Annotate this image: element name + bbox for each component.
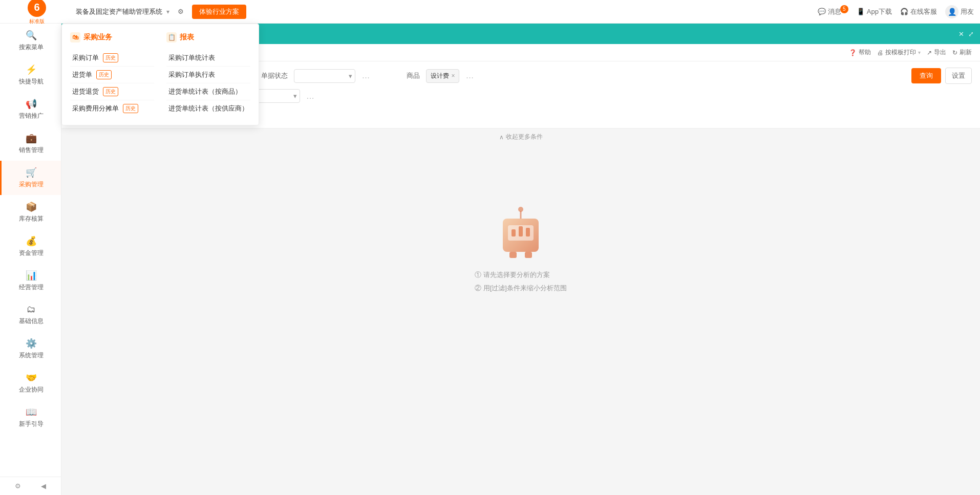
message-icon: 💬 bbox=[818, 8, 826, 15]
menu-item-purchase-expense[interactable]: 采购费用分摊单 历史 bbox=[70, 100, 154, 117]
message-badge: 5 bbox=[840, 5, 848, 13]
tab-maximize-icon[interactable]: ⤢ bbox=[968, 30, 974, 38]
purchase-order-label: 采购订单 bbox=[72, 53, 99, 62]
sidebar-item-enterprise[interactable]: 🤝 企业协同 bbox=[0, 366, 61, 400]
user-menu[interactable]: 👤 用友 bbox=[945, 5, 974, 18]
product-label: 商品 bbox=[389, 71, 420, 80]
sales-icon: 💼 bbox=[26, 133, 37, 144]
stock-return-label: 进货退货 bbox=[72, 87, 99, 96]
menu-item-po-exec[interactable]: 采购订单执行表 bbox=[166, 67, 250, 83]
sidebar-item-quicknav[interactable]: ⚡ 快捷导航 bbox=[0, 58, 61, 92]
stock-stat-supplier-label: 进货单统计表（按供应商） bbox=[168, 104, 248, 113]
collapse-button[interactable]: ∧ 收起更多条件 bbox=[499, 133, 543, 141]
sidebar-item-label: 快捷导航 bbox=[19, 77, 44, 86]
stock-stat-product-label: 进货单统计表（按商品） bbox=[168, 87, 242, 96]
print-button[interactable]: 🖨 按模板打印 ▾ bbox=[877, 48, 921, 57]
export-button[interactable]: ↗ 导出 bbox=[927, 48, 946, 57]
po-exec-label: 采购订单执行表 bbox=[168, 70, 215, 79]
sidebar-item-sales[interactable]: 💼 销售管理 bbox=[0, 126, 61, 161]
finance-icon: 💰 bbox=[26, 235, 37, 247]
query-actions: 查询 设置 bbox=[911, 68, 972, 84]
sidebar-item-label: 经营管理 bbox=[19, 283, 44, 292]
online-service-button[interactable]: 🎧 在线客服 bbox=[900, 7, 937, 16]
sidebar-item-search[interactable]: 🔍 搜索菜单 bbox=[0, 24, 61, 58]
phone-icon: 📱 bbox=[857, 8, 865, 15]
refresh-icon: ↻ bbox=[952, 49, 957, 56]
sidebar-item-label: 采购管理 bbox=[19, 180, 44, 189]
empty-illustration bbox=[490, 201, 551, 262]
top-bar: 6 标准版 装备及固定资产辅助管理系统 ▾ ⚙ 体验行业方案 💬 消息 5 📱 … bbox=[0, 0, 980, 24]
sidebar-item-base-info[interactable]: 🗂 基础信息 bbox=[0, 298, 61, 332]
operations-icon: 📊 bbox=[26, 270, 37, 281]
export-icon: ↗ bbox=[927, 49, 932, 56]
help-button[interactable]: ❓ 帮助 bbox=[849, 48, 871, 57]
enterprise-icon: 🤝 bbox=[26, 372, 37, 383]
sidebar-item-label: 库存核算 bbox=[19, 214, 44, 223]
purchase-expense-label: 采购费用分摊单 bbox=[72, 104, 119, 113]
base-info-icon: 🗂 bbox=[27, 304, 36, 315]
collapse-up-icon: ∧ bbox=[499, 134, 504, 141]
salesperson-dots[interactable]: … bbox=[306, 92, 315, 101]
help-icon: ❓ bbox=[849, 49, 857, 56]
refresh-button[interactable]: ↻ 刷新 bbox=[952, 48, 972, 57]
product-dots[interactable]: … bbox=[465, 71, 475, 80]
print-icon: 🖨 bbox=[877, 49, 883, 56]
query-button[interactable]: 查询 bbox=[911, 68, 941, 83]
guide-icon: 📖 bbox=[26, 406, 37, 418]
sidebar-item-purchase[interactable]: 🛒 采购管理 bbox=[0, 161, 61, 195]
empty-hints: 请先选择要分析的方案 用[过滤]条件来缩小分析范围 bbox=[475, 268, 567, 295]
product-remove-btn[interactable]: × bbox=[451, 72, 455, 79]
logo-subtitle: 标准版 bbox=[29, 18, 45, 25]
tab-close-window-icon[interactable]: ✕ bbox=[958, 30, 964, 38]
purchase-business-col: 🛍 采购业务 采购订单 历史 进货单 历史 进货退货 历史 采购费用分摊单 历史 bbox=[70, 32, 154, 117]
report-section-icon: 📋 bbox=[166, 32, 177, 42]
marketing-icon: 📢 bbox=[26, 98, 37, 110]
chevron-down-icon[interactable]: ▾ bbox=[166, 8, 169, 15]
empty-hint-1: 请先选择要分析的方案 bbox=[475, 268, 567, 282]
doc-status-select[interactable] bbox=[294, 69, 355, 83]
headset-icon: 🎧 bbox=[900, 8, 908, 15]
print-dropdown-icon[interactable]: ▾ bbox=[918, 50, 921, 55]
sidebar-nav: 🔍 搜索菜单 ⚡ 快捷导航 📢 营销推广 💼 销售管理 🛒 采购管理 📦 bbox=[0, 24, 61, 477]
sidebar-item-label: 系统管理 bbox=[19, 351, 44, 360]
search-menu-icon: 🔍 bbox=[26, 30, 37, 41]
system-title: 装备及固定资产辅助管理系统 bbox=[76, 7, 162, 16]
sidebar-item-label: 营销推广 bbox=[19, 112, 44, 120]
app-download-button[interactable]: 📱 App下载 bbox=[857, 7, 892, 16]
sidebar-item-guide[interactable]: 📖 新手引导 bbox=[0, 400, 61, 435]
purchase-dropdown-menu: 🛍 采购业务 采购订单 历史 进货单 历史 进货退货 历史 采购费用分摊单 历史 bbox=[61, 24, 259, 125]
sidebar-item-finance[interactable]: 💰 资金管理 bbox=[0, 229, 61, 264]
menu-item-stock-return[interactable]: 进货退货 历史 bbox=[70, 83, 154, 100]
menu-item-purchase-order[interactable]: 采购订单 历史 bbox=[70, 50, 154, 67]
sidebar-item-label: 新手引导 bbox=[19, 420, 44, 428]
purchase-business-title: 🛍 采购业务 bbox=[70, 32, 154, 45]
settings-button[interactable]: 设置 bbox=[945, 68, 972, 84]
message-button[interactable]: 💬 消息 5 bbox=[818, 7, 848, 16]
industry-button[interactable]: 体验行业方案 bbox=[192, 5, 246, 19]
purchase-order-badge: 历史 bbox=[103, 53, 118, 62]
sidebar-collapse-icon[interactable]: ◀ bbox=[41, 482, 46, 490]
menu-item-po-stat[interactable]: 采购订单统计表 bbox=[166, 50, 250, 67]
svg-rect-7 bbox=[509, 252, 517, 258]
doc-status-select-wrap bbox=[294, 69, 355, 83]
top-right: 💬 消息 5 📱 App下载 🎧 在线客服 👤 用友 bbox=[818, 5, 974, 18]
report-col: 📋 报表 采购订单统计表 采购订单执行表 进货单统计表（按商品） 进货单统计表（… bbox=[166, 32, 250, 117]
sidebar-item-operations[interactable]: 📊 经营管理 bbox=[0, 264, 61, 298]
svg-rect-4 bbox=[526, 228, 530, 236]
sidebar: 🔍 搜索菜单 ⚡ 快捷导航 📢 营销推广 💼 销售管理 🛒 采购管理 📦 bbox=[0, 24, 61, 495]
sidebar-item-marketing[interactable]: 📢 营销推广 bbox=[0, 92, 61, 126]
sidebar-settings-icon[interactable]: ⚙ bbox=[15, 482, 21, 490]
system-icon: ⚙️ bbox=[26, 338, 37, 349]
doc-status-dots[interactable]: … bbox=[361, 71, 371, 80]
sidebar-item-inventory[interactable]: 📦 库存核算 bbox=[0, 195, 61, 229]
sidebar-item-label: 基础信息 bbox=[19, 317, 44, 326]
menu-item-stock-in[interactable]: 进货单 历史 bbox=[70, 67, 154, 83]
sidebar-item-label: 资金管理 bbox=[19, 249, 44, 257]
sidebar-footer: ⚙ ◀ bbox=[0, 477, 61, 495]
stock-return-badge: 历史 bbox=[103, 87, 118, 96]
settings-icon[interactable]: ⚙ bbox=[174, 5, 188, 19]
doc-status-label: 单据状态 bbox=[257, 71, 288, 80]
menu-item-stock-stat-product[interactable]: 进货单统计表（按商品） bbox=[166, 83, 250, 100]
sidebar-item-system[interactable]: ⚙️ 系统管理 bbox=[0, 332, 61, 366]
menu-item-stock-stat-supplier[interactable]: 进货单统计表（按供应商） bbox=[166, 100, 250, 117]
